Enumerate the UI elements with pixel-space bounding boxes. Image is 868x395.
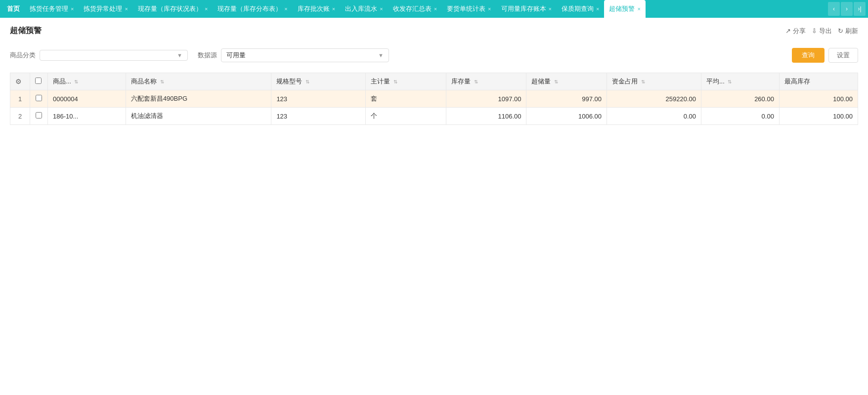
th-gear: ⚙ [10, 73, 30, 90]
cell-product-name: 机油滤清器 [126, 108, 271, 125]
datasource-select-value: 可用量 [226, 51, 246, 60]
refresh-icon: ↻ [838, 27, 843, 35]
table-row: 1 0000004 六配套新昌490BPG 123 套 1097.00 997.… [10, 90, 858, 108]
table-header: ⚙ 商品... ⇅ 商品名称 ⇅ 规格型号 ⇅ 主计量 [10, 73, 858, 90]
sort-icon: ⇅ [641, 79, 645, 84]
category-label: 商品分类 [10, 51, 36, 60]
sort-icon: ⇅ [474, 79, 478, 84]
th-stock: 库存量 ⇅ [446, 73, 526, 90]
close-icon[interactable]: × [637, 6, 640, 12]
sort-icon: ⇅ [305, 79, 309, 84]
header-row: ⚙ 商品... ⇅ 商品名称 ⇅ 规格型号 ⇅ 主计量 [10, 73, 858, 90]
datasource-filter: 数据源 可用量 ▼ [198, 48, 389, 62]
th-capital: 资金占用 ⇅ [607, 73, 701, 90]
cell-max-stock: 100.00 [779, 108, 858, 125]
nav-home[interactable]: 首页 [2, 0, 25, 18]
cell-product-code: 0000004 [48, 90, 126, 108]
cell-max-stock: 100.00 [779, 90, 858, 108]
close-icon[interactable]: × [125, 6, 128, 12]
th-max-stock: 最高库存 [779, 73, 858, 90]
row-number: 2 [10, 108, 30, 125]
export-icon: ⇩ [812, 27, 817, 35]
nav-tab-11[interactable]: 超储预警 × [604, 0, 645, 18]
nav-tab-3[interactable]: 现存量（库存状况表） × [133, 0, 213, 18]
nav-tab-1[interactable]: 拣货任务管理 × [25, 0, 79, 18]
sort-icon: ⇅ [393, 79, 397, 84]
sort-icon: ⇅ [74, 79, 78, 84]
top-nav: 首页 拣货任务管理 × 拣货异常处理 × 现存量（库存状况表） × 现存量（库存… [0, 0, 868, 18]
page-content: 超储预警 ↗ 分享 ⇩ 导出 ↻ 刷新 商品分类 ▼ 数据源 [0, 18, 868, 395]
cell-avg: 0.00 [701, 108, 780, 125]
filter-buttons: 查询 设置 [792, 48, 858, 63]
cell-unit: 个 [366, 108, 446, 125]
cell-overage: 997.00 [526, 90, 607, 108]
nav-tab-5[interactable]: 库存批次账 × [293, 0, 340, 18]
row-checkbox-cell [30, 108, 48, 125]
sort-icon: ⇅ [728, 79, 732, 84]
nav-tab-4[interactable]: 现存量（库存分布表） × [213, 0, 292, 18]
share-button[interactable]: ↗ 分享 [785, 27, 806, 36]
cell-capital: 259220.00 [607, 90, 701, 108]
cell-unit: 套 [366, 90, 446, 108]
datasource-label: 数据源 [198, 51, 217, 60]
row-checkbox[interactable] [36, 95, 42, 101]
th-check [30, 73, 48, 90]
table-row: 2 186-10... 机油滤清器 123 个 1106.00 1006.00 … [10, 108, 858, 125]
th-product-code: 商品... ⇅ [48, 73, 126, 90]
nav-tab-2[interactable]: 拣货异常处理 × [79, 0, 132, 18]
page-title: 超储预警 [10, 26, 42, 36]
close-icon[interactable]: × [549, 6, 552, 12]
cell-capital: 0.00 [607, 108, 701, 125]
close-icon[interactable]: × [380, 6, 383, 12]
th-avg: 平均... ⇅ [701, 73, 780, 90]
nav-tab-6[interactable]: 出入库流水 × [340, 0, 388, 18]
nav-prev-button[interactable]: ‹ [828, 2, 840, 16]
cell-spec: 123 [271, 108, 366, 125]
cell-product-name: 六配套新昌490BPG [126, 90, 271, 108]
header-actions: ↗ 分享 ⇩ 导出 ↻ 刷新 [785, 27, 858, 36]
settings-button[interactable]: 设置 [828, 48, 858, 63]
share-icon: ↗ [785, 27, 791, 35]
th-spec: 规格型号 ⇅ [271, 73, 366, 90]
table-body: 1 0000004 六配套新昌490BPG 123 套 1097.00 997.… [10, 90, 858, 125]
cell-spec: 123 [271, 90, 366, 108]
th-product-name: 商品名称 ⇅ [126, 73, 271, 90]
row-number: 1 [10, 90, 30, 108]
close-icon[interactable]: × [332, 6, 335, 12]
filter-bar: 商品分类 ▼ 数据源 可用量 ▼ 查询 设置 [10, 44, 858, 67]
nav-tab-9[interactable]: 可用量库存账本 × [496, 0, 557, 18]
close-icon[interactable]: × [205, 6, 208, 12]
close-icon[interactable]: × [488, 6, 491, 12]
chevron-down-icon: ▼ [177, 52, 182, 58]
close-icon[interactable]: × [71, 6, 74, 12]
sort-icon: ⇅ [160, 79, 164, 84]
nav-tab-8[interactable]: 要货单统计表 × [442, 0, 496, 18]
query-button[interactable]: 查询 [792, 48, 825, 63]
chevron-down-icon: ▼ [378, 52, 384, 58]
sort-icon: ⇅ [554, 79, 558, 84]
export-button[interactable]: ⇩ 导出 [812, 27, 832, 36]
nav-arrows: ‹ › ›| [827, 2, 866, 16]
th-overage: 超储量 ⇅ [526, 73, 607, 90]
cell-stock: 1106.00 [446, 108, 526, 125]
nav-tab-10[interactable]: 保质期查询 × [557, 0, 604, 18]
category-select[interactable]: ▼ [40, 50, 188, 61]
page-header: 超储预警 ↗ 分享 ⇩ 导出 ↻ 刷新 [10, 26, 858, 36]
refresh-button[interactable]: ↻ 刷新 [838, 27, 858, 36]
row-checkbox[interactable] [36, 112, 42, 118]
nav-next-button[interactable]: › [841, 2, 853, 16]
cell-avg: 260.00 [701, 90, 780, 108]
cell-product-code: 186-10... [48, 108, 126, 125]
close-icon[interactable]: × [596, 6, 599, 12]
gear-icon[interactable]: ⚙ [15, 78, 22, 85]
row-checkbox-cell [30, 90, 48, 108]
close-icon[interactable]: × [284, 6, 287, 12]
category-filter: 商品分类 ▼ [10, 50, 188, 61]
nav-tab-7[interactable]: 收发存汇总表 × [388, 0, 442, 18]
datasource-select[interactable]: 可用量 ▼ [221, 48, 389, 62]
cell-overage: 1006.00 [526, 108, 607, 125]
data-table: ⚙ 商品... ⇅ 商品名称 ⇅ 规格型号 ⇅ 主计量 [10, 73, 858, 125]
select-all-checkbox[interactable] [35, 78, 42, 84]
nav-more-button[interactable]: ›| [854, 2, 866, 16]
close-icon[interactable]: × [434, 6, 437, 12]
